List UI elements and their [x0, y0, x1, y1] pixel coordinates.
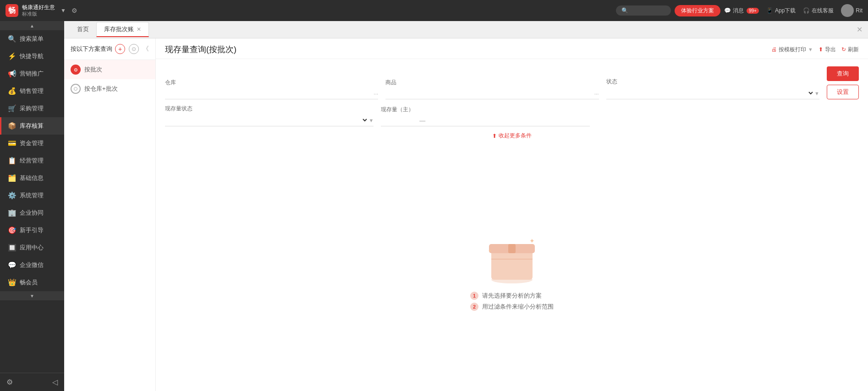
collapse-more-conditions[interactable]: ⬆ 收起更多条件: [165, 130, 859, 141]
inventory-main-range-wrap: —: [381, 115, 589, 126]
online-service-action[interactable]: 🎧 在线客服: [803, 7, 834, 15]
product-input[interactable]: [385, 90, 592, 97]
settings-icon[interactable]: ⚙: [71, 7, 77, 14]
empty-hint-1: 1 请先选择要分析的方案: [470, 292, 554, 300]
sidebar-label: 系统管理: [20, 191, 44, 200]
sidebar-item-inventory[interactable]: 📦 库存核算: [0, 117, 64, 135]
search-icon: 🔍: [621, 7, 628, 14]
message-action[interactable]: 💬 消息 99+: [724, 7, 759, 15]
export-btn[interactable]: ⬆ 导出: [819, 46, 836, 54]
tab-batch[interactable]: 库存批次账 ✕: [96, 22, 149, 37]
app-logo: 畅: [5, 4, 18, 17]
print-icon: 🖨: [771, 46, 777, 53]
sidebar-item-quicknav[interactable]: ⚡ 快捷导航: [0, 48, 64, 65]
scheme-item-batch[interactable]: ⊙ 按批次: [64, 60, 155, 79]
panel-header-label: 按以下方案查询: [71, 45, 112, 53]
purchase-icon: 🛒: [8, 104, 16, 113]
sidebar-item-purchase[interactable]: 🛒 采购管理: [0, 100, 64, 117]
close-page-icon[interactable]: ✕: [857, 25, 863, 34]
status-label: 状态: [606, 78, 819, 86]
trial-btn[interactable]: 体验行业方案: [675, 5, 720, 16]
sidebar-item-search[interactable]: 🔍 搜索菜单: [0, 30, 64, 48]
headset-icon: 🎧: [803, 7, 810, 14]
sidebar-item-newguide[interactable]: 🎯 新手引导: [0, 222, 64, 239]
scheme-item-warehouse-batch[interactable]: 按仓库+批次: [64, 79, 155, 98]
export-icon: ⬆: [819, 46, 823, 53]
message-icon: 💬: [724, 7, 731, 14]
filter-product: 商品 ···: [385, 79, 599, 99]
top-search-bar[interactable]: 🔍: [616, 5, 671, 16]
filter-inventory-status: 现存量状态 ▼: [165, 105, 374, 126]
sidebar-label: 畅会员: [20, 278, 38, 287]
page-title: 现存量查询(按批次): [165, 44, 236, 55]
query-button[interactable]: 查询: [827, 66, 859, 81]
sidebar-item-corp[interactable]: 🏢 企业协同: [0, 204, 64, 222]
scheme-add-btn[interactable]: +: [115, 44, 125, 54]
sidebar-label: 企业协同: [20, 209, 44, 217]
warehouse-label: 仓库: [165, 79, 378, 87]
left-panel: 按以下方案查询 + ⊙ 《 ⊙ 按批次 按仓库+批次: [64, 38, 156, 391]
sidebar-label: 企业微信: [20, 261, 44, 269]
warehouse-more-icon[interactable]: ···: [374, 91, 378, 97]
page-content: 按以下方案查询 + ⊙ 《 ⊙ 按批次 按仓库+批次: [64, 38, 868, 391]
product-input-wrap: ···: [385, 88, 599, 99]
apps-icon: 🔲: [8, 244, 16, 252]
sales-icon: 💰: [8, 87, 16, 95]
filter-inventory-main: 现存量（主） —: [381, 106, 589, 126]
sidebar-label: 资金管理: [20, 139, 44, 147]
refresh-icon: ↻: [841, 46, 846, 53]
sidebar-label: 销售管理: [20, 87, 44, 95]
sidebar-item-sales[interactable]: 💰 销售管理: [0, 82, 64, 100]
tab-close-icon[interactable]: ✕: [137, 26, 141, 33]
inventory-status-select[interactable]: [165, 116, 368, 124]
scheme-setting-btn[interactable]: ⊙: [129, 44, 139, 54]
marketing-icon: 📢: [8, 70, 16, 78]
sidebar-item-marketing[interactable]: 📢 营销推广: [0, 65, 64, 82]
sidebar-label: 库存核算: [20, 122, 44, 130]
inventory-main-from[interactable]: [381, 117, 418, 124]
hint-num-2: 2: [470, 303, 478, 311]
inventory-main-to[interactable]: [427, 117, 464, 124]
sidebar-item-finance[interactable]: 💳 资金管理: [0, 135, 64, 152]
scheme-label: 按仓库+批次: [84, 85, 118, 93]
print-btn[interactable]: 🖨 按模板打印 ▼: [771, 46, 813, 54]
status-select[interactable]: [606, 89, 814, 97]
sidebar-scroll-up[interactable]: ▲: [0, 21, 64, 30]
collapse-sidebar-icon[interactable]: ◁: [52, 378, 58, 386]
sidebar-item-apps[interactable]: 🔲 应用中心: [0, 239, 64, 256]
tab-home[interactable]: 首页: [70, 22, 96, 37]
user-avatar-action[interactable]: Rit: [841, 4, 863, 17]
sidebar-label: 经营管理: [20, 157, 44, 165]
sidebar-item-member[interactable]: 👑 畅会员: [0, 274, 64, 291]
system-icon: ⚙️: [8, 191, 16, 200]
top-bar: 畅 畅康通好生意 标准版 ▼ ⚙ 🔍 体验行业方案 💬 消息 99+ 📱 App…: [0, 0, 868, 21]
sidebar-item-basic[interactable]: 🗂️ 基础信息: [0, 169, 64, 187]
app-title: 畅康通好生意: [22, 4, 55, 11]
sidebar-label: 快捷导航: [20, 52, 44, 60]
sidebar-item-wechat[interactable]: 💬 企业微信: [0, 256, 64, 274]
empty-state: ✦ ✦ 1 请先选择要分析的方案 2 用过滤条件来缩小分析范围: [156, 149, 868, 391]
product-more-icon[interactable]: ···: [594, 91, 599, 97]
sidebar-item-business[interactable]: 📋 经营管理: [0, 152, 64, 169]
top-actions: 💬 消息 99+ 📱 App下载 🎧 在线客服 Rit: [724, 4, 863, 17]
wechat-icon: 💬: [8, 261, 16, 269]
sidebar-label: 采购管理: [20, 104, 44, 113]
sidebar-label: 搜索菜单: [20, 35, 44, 43]
sidebar-item-system[interactable]: ⚙️ 系统管理: [0, 187, 64, 204]
status-chevron-icon: ▼: [814, 91, 819, 96]
warehouse-input[interactable]: [165, 90, 372, 97]
content-area: 首页 库存批次账 ✕ ✕ 按以下方案查询 + ⊙ 《: [64, 21, 868, 391]
product-label: 商品: [385, 79, 599, 87]
scheme-gray-icon: [71, 84, 81, 94]
svg-rect-1: [491, 250, 533, 280]
sidebar-label: 应用中心: [20, 244, 44, 252]
app-download-action[interactable]: 📱 App下载: [766, 7, 796, 15]
refresh-btn[interactable]: ↻ 刷新: [841, 46, 859, 54]
settings-button[interactable]: 设置: [827, 85, 859, 99]
svg-text:✦: ✦: [488, 248, 492, 253]
settings-bottom-icon[interactable]: ⚙: [6, 378, 13, 386]
print-chevron-icon: ▼: [808, 47, 813, 52]
panel-collapse-icon[interactable]: 《: [143, 45, 149, 53]
sidebar-scroll-down[interactable]: ▼: [0, 291, 64, 300]
inventory-icon: 📦: [8, 122, 16, 130]
